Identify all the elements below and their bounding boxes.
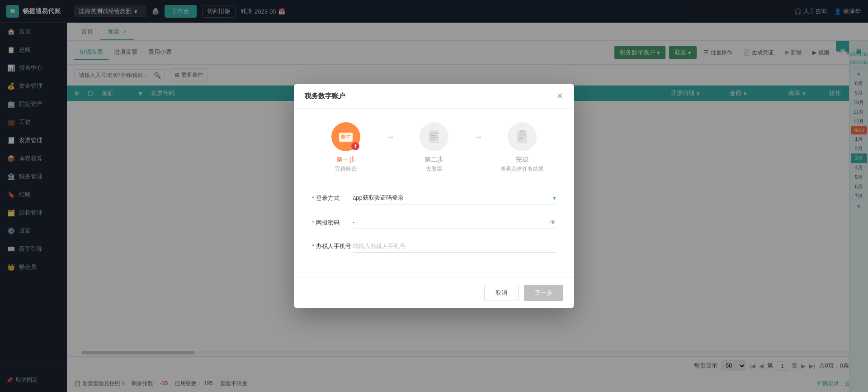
login-method-value: app获取验证码登录: [353, 194, 404, 202]
id-card-icon: [338, 129, 354, 144]
modal-header: 税务数字账户 ✕: [294, 84, 574, 109]
phone-input[interactable]: [353, 240, 556, 253]
modal-title: 税务数字账户: [305, 92, 345, 100]
password-row: 网报密码 • 👁: [312, 216, 556, 229]
next-button[interactable]: 下一步: [524, 285, 563, 301]
tax-digital-modal: 税务数字账户 ✕ ! 第一步: [294, 84, 574, 308]
login-method-row: 登录方式 app获取验证码登录 ▾: [312, 191, 556, 205]
password-field: • 👁: [353, 216, 556, 229]
phone-control: [353, 240, 556, 253]
svg-point-1: [341, 134, 345, 139]
step-3-label: 完成: [516, 156, 528, 164]
step-3-icon: [508, 122, 537, 151]
svg-rect-6: [430, 135, 436, 136]
svg-rect-10: [519, 130, 525, 133]
step-2: 第二步 去取票: [400, 122, 468, 173]
password-label: 网报密码: [312, 219, 353, 227]
svg-rect-12: [519, 137, 524, 138]
step-1: ! 第一步 完善账密: [312, 122, 380, 173]
step-1-icon: !: [331, 122, 360, 151]
step-2-icon: [420, 122, 448, 151]
login-method-control: app获取验证码登录 ▾: [353, 191, 556, 205]
login-method-label: 登录方式: [312, 194, 353, 202]
phone-label: 办税人手机号: [312, 242, 353, 250]
steps: ! 第一步 完善账密 →: [312, 122, 556, 173]
svg-rect-4: [429, 130, 439, 143]
cancel-button[interactable]: 取消: [484, 285, 519, 301]
dropdown-icon: ▾: [553, 195, 556, 201]
password-dots: •: [353, 220, 355, 225]
step-3-sublabel: 查看具体任务结果: [500, 165, 544, 173]
modal-close-button[interactable]: ✕: [557, 91, 563, 101]
clipboard-icon: [514, 129, 530, 144]
step-arrow-1: →: [380, 130, 400, 143]
svg-rect-2: [346, 135, 351, 136]
modal-footer: 取消 下一步: [294, 277, 574, 308]
step-2-sublabel: 去取票: [426, 165, 442, 173]
svg-rect-5: [430, 133, 438, 134]
step-error-badge: !: [351, 142, 359, 150]
step-1-sublabel: 完善账密: [335, 165, 357, 173]
svg-rect-11: [519, 134, 526, 135]
svg-rect-7: [430, 137, 437, 138]
modal-overlay[interactable]: 税务数字账户 ✕ ! 第一步: [0, 0, 868, 392]
invoice-icon: [426, 129, 442, 144]
step-3: 完成 查看具体任务结果: [488, 122, 556, 173]
eye-toggle-button[interactable]: 👁: [550, 219, 556, 226]
step-arrow-2: →: [468, 130, 488, 143]
svg-rect-8: [430, 139, 435, 140]
step-2-label: 第二步: [425, 156, 443, 164]
login-method-select[interactable]: app获取验证码登录 ▾: [353, 191, 556, 205]
phone-row: 办税人手机号: [312, 240, 556, 253]
svg-rect-3: [346, 137, 349, 138]
step-1-label: 第一步: [336, 156, 355, 164]
password-control: • 👁: [353, 216, 556, 229]
modal-body: ! 第一步 完善账密 →: [294, 109, 574, 277]
